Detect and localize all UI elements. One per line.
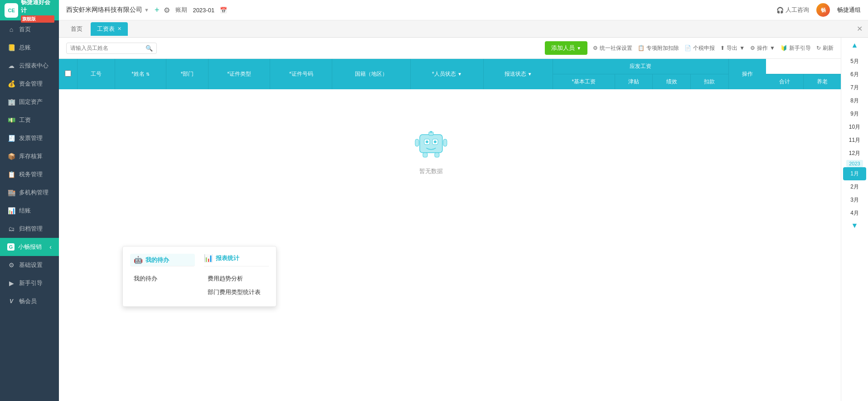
sidebar-item-salary[interactable]: 💵 工资 [0, 111, 59, 129]
th-personnel-status: *人员状态 ▼ [410, 59, 483, 89]
invoice-icon: 🧾 [7, 135, 15, 142]
dropdown-col-reports-header[interactable]: 📊 报表统计 [204, 254, 269, 266]
social-security-action[interactable]: ⚙ 统一社保设置 [593, 44, 632, 52]
month-nav-down[interactable]: ▼ [849, 220, 860, 232]
sidebar-item-label: 归档管理 [19, 225, 43, 233]
month-item-1-active[interactable]: 1月 [843, 167, 866, 180]
deduction-label: 专项附加扣除 [646, 44, 679, 52]
sidebar-item-new-guide[interactable]: ▶ 新手引导 [0, 274, 59, 292]
th-id-number: *证件号码 [270, 59, 332, 89]
export-icon: ⬆ [720, 45, 725, 51]
empty-state: 暂无数据 [59, 89, 803, 212]
service-label: 人工咨询 [786, 6, 809, 14]
xiaochang-icon: G [7, 243, 15, 251]
svg-point-4 [434, 140, 436, 143]
sidebar-item-home[interactable]: ⌂ 首页 [0, 20, 59, 39]
svg-rect-8 [443, 139, 447, 146]
guide-action[interactable]: 🔰 新手引导 [781, 44, 811, 52]
sidebar-item-multi-org[interactable]: 🏬 多机构管理 [0, 184, 59, 202]
special-deduction-action[interactable]: 📋 专项附加扣除 [638, 44, 679, 52]
month-item-3[interactable]: 3月 [841, 193, 868, 207]
add-person-button[interactable]: 添加人员 ▼ [545, 41, 587, 55]
tax-label: 个税申报 [693, 44, 715, 52]
content-wrapper: 🔍 添加人员 ▼ ⚙ 统一社保设置 📋 专项附加扣除 [59, 38, 868, 401]
expense-trend-label: 费用趋势分析 [208, 275, 243, 282]
sidebar-item-member[interactable]: V 畅会员 [0, 292, 59, 310]
operation-dropdown-icon: ▼ [770, 45, 775, 51]
settings-icon[interactable]: ⚙ [164, 6, 170, 14]
user-name[interactable]: 畅捷通组 [837, 6, 861, 14]
svg-rect-7 [415, 139, 419, 146]
settlement-icon: 📊 [7, 207, 15, 214]
tab-home[interactable]: 首页 [64, 22, 89, 36]
sidebar-item-fund[interactable]: 💰 资金管理 [0, 75, 59, 93]
sidebar-item-ledger[interactable]: 📒 总账 [0, 39, 59, 57]
month-item-5[interactable]: 5月 [841, 55, 868, 68]
tab-close-icon[interactable]: ✕ [117, 26, 121, 32]
year-2022-label [853, 51, 857, 55]
salary-table: 工号 *姓名 ⇅ *部门 *证件类型 *证件号码 国籍（地区） *人员状态 ▼ … [59, 59, 841, 212]
social-label: 统一社保设置 [600, 44, 632, 52]
refresh-label: 刷新 [823, 44, 834, 52]
add-company-icon[interactable]: + [155, 5, 160, 15]
sidebar-item-xiaochang[interactable]: G 小畅报销 ‹ [0, 238, 59, 256]
dropdown-item-dept-expense[interactable]: 部门费用类型统计表 [204, 285, 269, 299]
dropdown-cols: 🤖 我的待办 我的待办 📊 报表统计 费用趋势分析 [130, 254, 269, 299]
sidebar-item-invoice[interactable]: 🧾 发票管理 [0, 129, 59, 147]
month-item-10[interactable]: 10月 [841, 121, 868, 134]
month-item-11[interactable]: 11月 [841, 134, 868, 147]
month-item-4[interactable]: 4月 [841, 207, 868, 220]
dropdown-col-todo-label: 我的待办 [145, 256, 169, 264]
tax-report-action[interactable]: 📄 个税申报 [684, 44, 715, 52]
service-button[interactable]: 🎧 人工咨询 [776, 6, 809, 14]
sidebar-item-label: 基础设置 [19, 261, 43, 269]
sidebar-item-tax[interactable]: 📋 税务管理 [0, 165, 59, 184]
dropdown-menu: 🤖 我的待办 我的待办 📊 报表统计 费用趋势分析 [122, 246, 276, 307]
month-item-6[interactable]: 6月 [841, 68, 868, 81]
month-item-7[interactable]: 7月 [841, 81, 868, 94]
empty-cell: 暂无数据 [59, 89, 803, 212]
month-item-2[interactable]: 2月 [841, 180, 868, 193]
month-item-12[interactable]: 12月 [841, 147, 868, 160]
dropdown-col-todo: 🤖 我的待办 我的待办 [130, 254, 195, 299]
export-action[interactable]: ⬆ 导出 ▼ [720, 44, 745, 52]
calendar-icon[interactable]: 📅 [220, 7, 227, 14]
sidebar-item-archive[interactable]: 🗂 归档管理 [0, 220, 59, 238]
month-item-9[interactable]: 9月 [841, 107, 868, 121]
sidebar-item-settlement[interactable]: 📊 结账 [0, 202, 59, 220]
th-checkbox[interactable] [59, 59, 77, 89]
month-item-8[interactable]: 8月 [841, 94, 868, 107]
operation-action[interactable]: ⚙ 操作 ▼ [750, 44, 775, 52]
sidebar-item-cloud-report[interactable]: ☁ 云报表中心 [0, 57, 59, 75]
sidebar-item-label: 新手引导 [19, 279, 43, 287]
inventory-icon: 📦 [7, 153, 15, 160]
tab-salary[interactable]: 工资表 ✕ [91, 22, 128, 36]
svg-point-6 [430, 131, 432, 133]
sidebar-item-fixed-assets[interactable]: 🏢 固定资产 [0, 93, 59, 111]
cloud-icon: ☁ [7, 62, 15, 69]
search-input[interactable] [70, 45, 144, 51]
salary-icon: 💵 [7, 116, 15, 124]
sidebar-item-basic-settings[interactable]: ⚙ 基础设置 [0, 256, 59, 274]
company-selector[interactable]: 西安虾米网络科技有限公司 ▼ [66, 6, 149, 14]
svg-rect-10 [435, 153, 439, 157]
select-all-checkbox[interactable] [65, 70, 71, 77]
archive-icon: 🗂 [7, 225, 15, 232]
month-nav-up[interactable]: ▲ [849, 39, 860, 51]
search-box: 🔍 [66, 43, 157, 54]
dropdown-item-mytodo[interactable]: 我的待办 [130, 272, 195, 285]
th-base-wage: *基本工资 [553, 74, 615, 90]
topbar: 西安虾米网络科技有限公司 ▼ + ⚙ 账期 2023-01 📅 🎧 人工咨询 畅… [59, 0, 868, 20]
sidebar-item-label: 小畅报销 [18, 243, 42, 251]
close-all-icon[interactable]: ✕ [857, 25, 863, 33]
content-toolbar: 🔍 添加人员 ▼ ⚙ 统一社保设置 📋 专项附加扣除 [59, 38, 841, 59]
dropdown-item-expense-trend[interactable]: 费用趋势分析 [204, 272, 269, 285]
sidebar-item-inventory[interactable]: 📦 库存核算 [0, 147, 59, 165]
app-name: 畅捷通好会计 [21, 0, 54, 14]
refresh-action[interactable]: ↻ 刷新 [816, 44, 834, 52]
dropdown-col-todo-header[interactable]: 🤖 我的待办 [130, 254, 195, 266]
settings-icon: ⚙ [7, 261, 15, 269]
export-dropdown-icon: ▼ [739, 45, 745, 51]
dropdown-col-reports: 📊 报表统计 费用趋势分析 部门费用类型统计表 [204, 254, 269, 299]
tab-salary-label: 工资表 [97, 25, 115, 33]
